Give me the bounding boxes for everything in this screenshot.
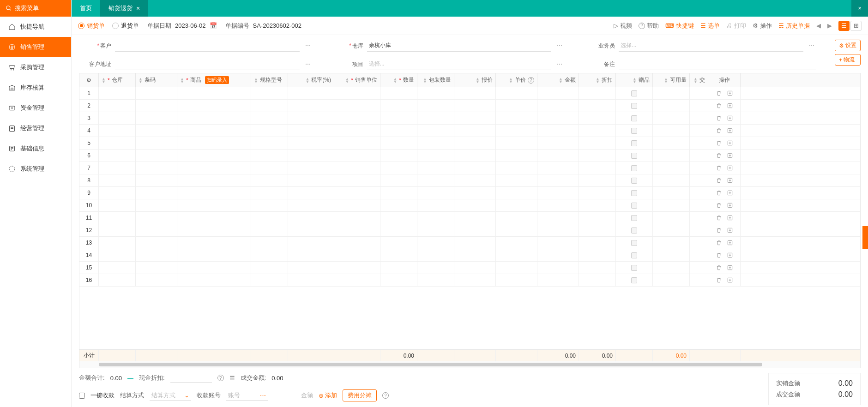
gift-checkbox[interactable] <box>631 277 637 283</box>
print-link[interactable]: 🖨 打印 <box>726 22 746 30</box>
edge-drawer-tab[interactable] <box>862 226 868 249</box>
close-all-tabs[interactable]: × <box>851 0 868 17</box>
address-input[interactable] <box>115 58 300 70</box>
delete-icon[interactable] <box>716 202 722 209</box>
help-icon[interactable]: ? <box>382 392 389 399</box>
add-row-icon[interactable] <box>727 239 733 246</box>
expense-button[interactable]: 费用分摊 <box>343 389 377 401</box>
calendar-icon[interactable]: 📅 <box>210 22 217 29</box>
gift-checkbox[interactable] <box>631 227 637 233</box>
delete-icon[interactable] <box>716 227 722 233</box>
video-link[interactable]: ▷ 视频 <box>614 22 632 30</box>
table-row[interactable]: 1 <box>79 87 860 100</box>
prev-icon[interactable]: ◀ <box>816 22 821 29</box>
delete-icon[interactable] <box>716 252 722 258</box>
delete-icon[interactable] <box>716 277 722 283</box>
table-row[interactable]: 12 <box>79 224 860 237</box>
remark-input[interactable] <box>619 58 816 70</box>
radio-sale[interactable]: 销货单 <box>78 22 105 30</box>
help-icon[interactable]: ? <box>217 375 224 381</box>
delete-icon[interactable] <box>716 215 722 221</box>
add-row-icon[interactable] <box>727 152 733 159</box>
col-gear[interactable]: ⚙ <box>79 73 99 87</box>
project-more-icon[interactable]: ⋯ <box>555 61 564 67</box>
add-row-icon[interactable] <box>727 177 733 184</box>
add-row-icon[interactable] <box>727 127 733 134</box>
menu-item-funds[interactable]: 资金管理 <box>0 98 71 118</box>
gift-checkbox[interactable] <box>631 178 637 184</box>
help-link[interactable]: ? 帮助 <box>639 22 659 30</box>
delete-icon[interactable] <box>716 177 722 184</box>
gift-checkbox[interactable] <box>631 103 637 109</box>
menu-item-system[interactable]: 系统管理 <box>0 159 71 179</box>
delete-icon[interactable] <box>716 165 722 171</box>
gift-checkbox[interactable] <box>631 90 637 96</box>
warehouse-input[interactable]: 余杭小库 <box>367 40 552 52</box>
table-row[interactable]: 13 <box>79 237 860 249</box>
table-row[interactable]: 8 <box>79 174 860 187</box>
add-button[interactable]: ⊕ 添加 <box>319 391 337 400</box>
settings-button[interactable]: ⚙ 设置 <box>835 40 861 51</box>
table-row[interactable]: 2 <box>79 100 860 112</box>
menu-item-stock[interactable]: 库存核算 <box>0 78 71 98</box>
cash-discount-input[interactable] <box>170 373 212 383</box>
next-icon[interactable]: ▶ <box>827 22 832 29</box>
menu-item-business[interactable]: 经营管理 <box>0 118 71 138</box>
delete-icon[interactable] <box>716 190 722 196</box>
delete-icon[interactable] <box>716 264 722 271</box>
gift-checkbox[interactable] <box>631 265 637 271</box>
table-row[interactable]: 6 <box>79 150 860 162</box>
delete-icon[interactable] <box>716 115 722 121</box>
add-row-icon[interactable] <box>727 102 733 109</box>
history-link[interactable]: ☴ 历史单据 <box>778 22 810 30</box>
ops-link[interactable]: ⚙ 操作 <box>753 22 772 30</box>
add-row-icon[interactable] <box>727 252 733 258</box>
table-row[interactable]: 4 <box>79 125 860 137</box>
add-row-icon[interactable] <box>727 202 733 209</box>
scan-badge[interactable]: 扫码录入 <box>205 76 229 84</box>
sort-icon[interactable]: ▲▼ <box>102 78 106 83</box>
logistics-button[interactable]: + 物流 <box>835 54 861 66</box>
delete-icon[interactable] <box>716 239 722 246</box>
gift-checkbox[interactable] <box>631 203 637 209</box>
add-row-icon[interactable] <box>727 190 733 196</box>
delete-icon[interactable] <box>716 90 722 96</box>
delete-icon[interactable] <box>716 152 722 159</box>
delete-icon[interactable] <box>716 102 722 109</box>
radio-return[interactable]: 退货单 <box>112 22 139 30</box>
search-menu[interactable]: 搜索菜单 <box>0 0 71 17</box>
table-row[interactable]: 9 <box>79 187 860 199</box>
close-icon[interactable]: × <box>136 5 140 12</box>
menu-item-purchase[interactable]: 采购管理 <box>0 57 71 78</box>
table-row[interactable]: 5 <box>79 137 860 150</box>
add-row-icon[interactable] <box>727 165 733 171</box>
add-row-icon[interactable] <box>727 115 733 121</box>
gift-checkbox[interactable] <box>631 115 637 121</box>
project-input[interactable]: 选择... <box>367 58 552 70</box>
help-icon[interactable]: ? <box>528 77 534 84</box>
customer-input[interactable] <box>115 40 300 52</box>
add-row-icon[interactable] <box>727 140 733 146</box>
select-link[interactable]: ☰ 选单 <box>700 22 720 30</box>
gift-checkbox[interactable] <box>631 128 637 134</box>
tab-home[interactable]: 首页 <box>72 0 100 17</box>
settle-method-select[interactable]: 结算方式⌄ <box>150 390 191 401</box>
table-row[interactable]: 14 <box>79 249 860 262</box>
gift-checkbox[interactable] <box>631 240 637 246</box>
gift-checkbox[interactable] <box>631 140 637 146</box>
oneclick-checkbox[interactable] <box>79 393 85 399</box>
table-row[interactable]: 10 <box>79 199 860 212</box>
gift-checkbox[interactable] <box>631 165 637 171</box>
horizontal-scrollbar[interactable] <box>79 361 860 368</box>
view-card[interactable]: ⊞ <box>850 21 862 31</box>
view-list[interactable]: ☰ <box>838 21 850 31</box>
delete-icon[interactable] <box>716 140 722 146</box>
add-row-icon[interactable] <box>727 277 733 283</box>
customer-more-icon[interactable]: ⋯ <box>303 42 313 49</box>
table-row[interactable]: 15 <box>79 262 860 274</box>
table-row[interactable]: 11 <box>79 212 860 224</box>
add-row-icon[interactable] <box>727 227 733 233</box>
menu-item-quicknav[interactable]: 快捷导航 <box>0 17 71 37</box>
table-row[interactable]: 3 <box>79 112 860 125</box>
menu-item-sales[interactable]: 销售管理 <box>0 37 71 57</box>
